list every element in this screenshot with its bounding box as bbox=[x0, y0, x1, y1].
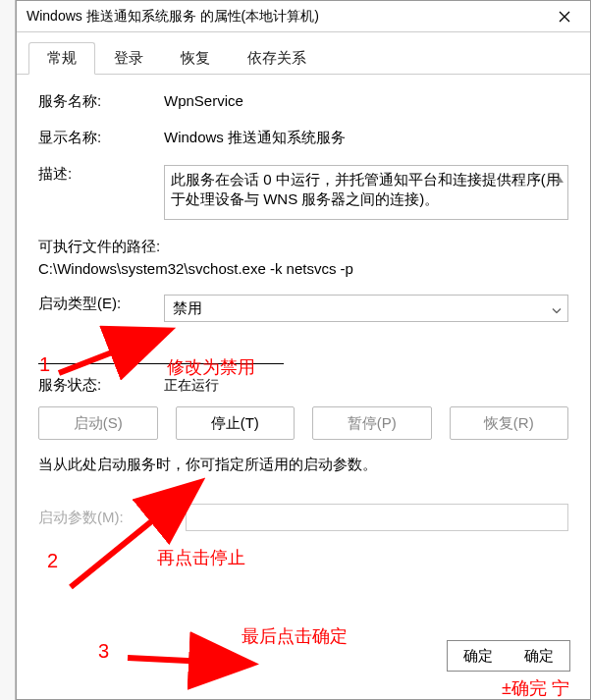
annotation-cutoff-text: ±确完 宁 bbox=[502, 676, 569, 700]
description-textarea[interactable]: 此服务在会话 0 中运行，并托管通知平台和连接提供程序(用于处理设备与 WNS … bbox=[164, 165, 568, 220]
start-params-label: 启动参数(M): bbox=[38, 509, 186, 527]
resume-button: 恢复(R) bbox=[450, 406, 569, 440]
start-params-input bbox=[186, 504, 568, 531]
service-name-value: WpnService bbox=[164, 92, 568, 109]
service-name-label: 服务名称: bbox=[38, 92, 164, 111]
tab-recovery[interactable]: 恢复 bbox=[162, 42, 229, 74]
titlebar: Windows 推送通知系统服务 的属性(本地计算机) bbox=[17, 1, 590, 32]
tab-logon[interactable]: 登录 bbox=[95, 42, 162, 74]
startup-type-select[interactable]: 禁用 bbox=[164, 295, 568, 322]
description-label: 描述: bbox=[38, 165, 164, 184]
startup-type-label: 启动类型(E): bbox=[38, 295, 164, 313]
startup-type-value: 禁用 bbox=[173, 299, 202, 318]
exe-path-label: 可执行文件的路径: bbox=[38, 238, 568, 256]
pause-button: 暂停(P) bbox=[312, 406, 432, 440]
display-name-label: 显示名称: bbox=[38, 129, 164, 147]
start-params-hint: 当从此处启动服务时，你可指定所适用的启动参数。 bbox=[38, 456, 568, 474]
ok-button-2[interactable]: 确定 bbox=[509, 641, 569, 671]
separator bbox=[38, 363, 284, 364]
scroll-up-icon[interactable] bbox=[555, 170, 564, 180]
stop-button[interactable]: 停止(T) bbox=[176, 406, 296, 440]
description-text: 此服务在会话 0 中运行，并托管通知平台和连接提供程序(用于处理设备与 WNS … bbox=[171, 171, 561, 207]
close-button[interactable] bbox=[545, 3, 584, 30]
close-icon bbox=[559, 11, 570, 23]
start-button: 启动(S) bbox=[38, 406, 158, 440]
tab-general[interactable]: 常规 bbox=[28, 42, 95, 75]
chevron-down-icon bbox=[552, 300, 562, 317]
tab-dependencies[interactable]: 依存关系 bbox=[229, 42, 325, 74]
properties-dialog: Windows 推送通知系统服务 的属性(本地计算机) 常规 登录 恢复 依存关… bbox=[16, 0, 591, 700]
exe-path-value: C:\Windows\system32\svchost.exe -k netsv… bbox=[38, 260, 568, 277]
svg-marker-2 bbox=[556, 177, 564, 183]
service-status-value: 正在运行 bbox=[164, 377, 219, 395]
ok-button[interactable]: 确定 bbox=[448, 641, 509, 671]
tab-strip: 常规 登录 恢复 依存关系 bbox=[17, 32, 590, 75]
tab-content: 服务名称: WpnService 显示名称: Windows 推送通知系统服务 … bbox=[17, 75, 590, 561]
service-status-label: 服务状态: bbox=[38, 376, 164, 395]
window-title: Windows 推送通知系统服务 的属性(本地计算机) bbox=[27, 8, 545, 26]
dialog-button-group: 确定 确定 bbox=[447, 640, 570, 672]
display-name-value: Windows 推送通知系统服务 bbox=[164, 129, 568, 147]
